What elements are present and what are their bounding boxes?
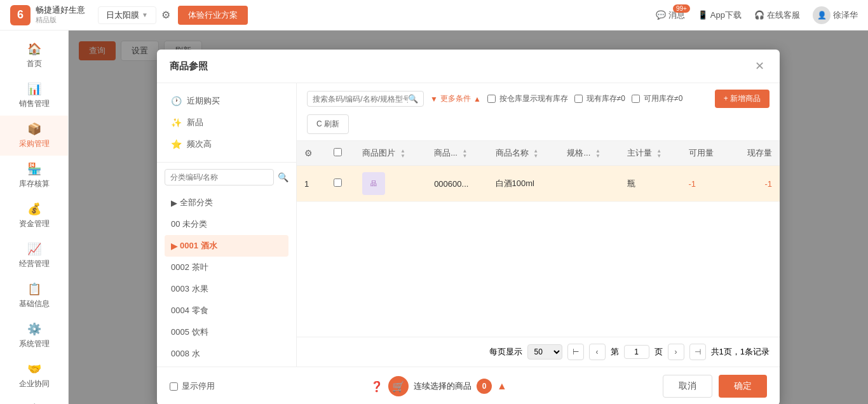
sidebar-item-enterprise[interactable]: 🤝 企业协同 (0, 356, 68, 396)
sidebar-item-guide[interactable]: 🎓 新手引导 (0, 396, 68, 404)
col-available: 可用量 (681, 141, 731, 166)
category-drinks[interactable]: 0005 饮料 (165, 321, 288, 343)
warehouse-checkbox[interactable] (487, 95, 496, 103)
category-fruit[interactable]: 0003 水果 (165, 278, 288, 300)
stock-check-text: 现有库存≠0 (587, 93, 625, 104)
select-all-checkbox[interactable] (334, 148, 342, 156)
category-search-input[interactable] (165, 169, 274, 185)
online-service-button[interactable]: 🎧 在线客服 (754, 10, 800, 21)
category-uncategorized-label: 00 未分类 (171, 219, 207, 230)
pagination-bar: 每页显示 50 10 20 100 ⊢ ‹ 第 页 (297, 337, 780, 367)
tab-frequent-label: 频次高 (187, 138, 212, 150)
category-all[interactable]: ▶ 全部分类 (165, 192, 288, 213)
sidebar: 🏠 首页 📊 销售管理 📦 采购管理 🏪 库存核算 💰 资金管理 📈 经营管理 … (0, 30, 69, 404)
arrow-right-icon: ▶ (171, 198, 177, 208)
sidebar-item-sales[interactable]: 📊 销售管理 (0, 76, 68, 116)
app-layout: 🏠 首页 📊 销售管理 📦 采购管理 🏪 库存核算 💰 资金管理 📈 经营管理 … (0, 30, 868, 404)
more-filters-button[interactable]: ▼ 更多条件 ▲ (430, 93, 481, 104)
sort-icon-spec[interactable]: ▲▼ (595, 149, 600, 159)
first-page-button[interactable]: ⊢ (567, 344, 584, 360)
last-page-button[interactable]: ⊣ (689, 344, 706, 360)
sort-icon-name[interactable]: ▲▼ (533, 149, 538, 159)
category-tea[interactable]: 0002 茶叶 (165, 257, 288, 278)
refresh-button[interactable]: C 刷新 (307, 114, 349, 134)
sort-icon-unit[interactable]: ▲▼ (656, 149, 661, 159)
row-available-cell: -1 (681, 166, 731, 202)
confirm-button[interactable]: 确定 (719, 375, 767, 398)
row-spec-cell (559, 166, 619, 202)
warehouse-check-label[interactable]: 按仓库显示现有库存 (487, 93, 568, 104)
stock-checkbox[interactable] (574, 95, 583, 103)
category-list: ▶ 全部分类 00 未分类 ▶ 0001 酒水 0002 茶 (157, 192, 296, 359)
usable-checkbox[interactable] (632, 95, 640, 103)
sidebar-item-purchase[interactable]: 📦 采购管理 (0, 116, 68, 156)
sidebar-item-finance[interactable]: 💰 资金管理 (0, 196, 68, 236)
sidebar-label-finance: 资金管理 (19, 219, 50, 229)
footer-right: 取消 确定 (663, 375, 767, 398)
close-icon[interactable]: ✕ (752, 58, 767, 74)
collapse-icon[interactable]: ▲ (497, 380, 507, 392)
category-fruit-label: 0003 水果 (171, 283, 208, 295)
main-content: 查询 设置 刷新 商品参照 ✕ 🕐 (69, 30, 868, 404)
per-page-select[interactable]: 50 10 20 100 (527, 344, 562, 360)
category-drinks-label: 0005 饮料 (171, 327, 208, 338)
category-snacks[interactable]: 0004 零食 (165, 300, 288, 321)
selected-label: 连续选择的商品 (414, 380, 471, 392)
messages-button[interactable]: 💬 消息 99+ (656, 10, 685, 21)
page-label: 第 (611, 346, 619, 358)
product-search-input[interactable] (313, 95, 408, 104)
help-icon[interactable]: ❓ (370, 380, 383, 393)
tenant-name: 日太阳膜 (106, 10, 139, 21)
sort-icon-code[interactable]: ▲▼ (463, 149, 468, 159)
add-product-button[interactable]: + 新增商品 (715, 90, 770, 108)
trial-button[interactable]: 体验行业方案 (178, 6, 248, 25)
sidebar-label-home: 首页 (27, 58, 42, 69)
sidebar-label-enterprise: 企业协同 (19, 379, 50, 389)
product-search-box[interactable]: 🔍 (307, 91, 424, 107)
total-info: 共1页，1条记录 (711, 346, 770, 358)
table-row[interactable]: 1 品 000600... 白酒100ml 瓶 (297, 166, 780, 202)
tab-recent-purchase[interactable]: 🕐 近期购买 (165, 91, 288, 111)
app-download-button[interactable]: 📱 App下载 (698, 10, 742, 21)
category-water[interactable]: 0008 水 (165, 343, 288, 359)
avatar: 👤 (813, 6, 831, 24)
sidebar-item-home[interactable]: 🏠 首页 (0, 36, 68, 76)
sort-icon-image[interactable]: ▲▼ (400, 149, 405, 159)
row-stock-cell: -1 (730, 166, 780, 202)
category-liquor[interactable]: ▶ 0001 酒水 (165, 235, 288, 257)
display-disabled-checkbox[interactable] (170, 382, 178, 391)
category-uncategorized[interactable]: 00 未分类 (165, 213, 288, 235)
online-service-label: 在线客服 (767, 10, 800, 21)
sidebar-item-system[interactable]: ⚙️ 系统管理 (0, 316, 68, 356)
page-input[interactable] (624, 345, 649, 359)
cart-icon[interactable]: 🛒 (388, 376, 409, 396)
operations-icon: 📈 (27, 242, 41, 256)
sidebar-item-operations[interactable]: 📈 经营管理 (0, 236, 68, 276)
sidebar-item-basic-info[interactable]: 📋 基础信息 (0, 276, 68, 316)
sidebar-item-inventory[interactable]: 🏪 库存核算 (0, 156, 68, 196)
cancel-button[interactable]: 取消 (663, 375, 712, 398)
usable-check-label[interactable]: 可用库存≠0 (632, 93, 682, 104)
col-unit: 主计量 ▲▼ (620, 141, 681, 166)
row-checkbox-cell[interactable] (326, 166, 355, 202)
app-download-label: App下载 (710, 10, 742, 21)
tab-new-product[interactable]: ✨ 新品 (165, 112, 288, 133)
home-icon: 🏠 (27, 42, 41, 56)
next-page-button[interactable]: › (668, 344, 684, 360)
prev-page-button[interactable]: ‹ (589, 344, 606, 360)
recent-icon: 🕐 (171, 96, 182, 106)
sales-icon: 📊 (27, 82, 41, 96)
col-settings[interactable]: ⚙ (297, 141, 326, 166)
col-checkbox[interactable] (326, 141, 355, 166)
display-disabled-label[interactable]: 显示停用 (170, 380, 215, 392)
gear-icon[interactable]: ⚙ (161, 9, 170, 21)
tenant-selector[interactable]: 日太阳膜 ▼ (98, 6, 156, 24)
category-tea-label: 0002 茶叶 (171, 262, 208, 273)
new-icon: ✨ (171, 118, 182, 128)
settings-gear-icon[interactable]: ⚙ (304, 148, 313, 158)
user-menu[interactable]: 👤 徐泽华 (813, 6, 858, 24)
stock-check-label[interactable]: 现有库存≠0 (574, 93, 625, 104)
tab-frequent[interactable]: ⭐ 频次高 (165, 134, 288, 154)
row-checkbox[interactable] (334, 178, 342, 187)
search-icon[interactable]: 🔍 (278, 172, 288, 182)
